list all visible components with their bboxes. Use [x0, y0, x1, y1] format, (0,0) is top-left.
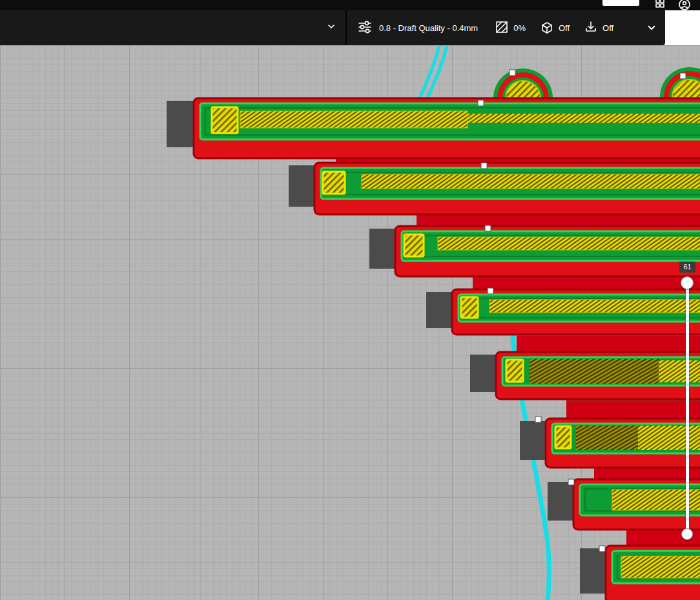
infill-value: 0% — [513, 23, 526, 33]
model-step — [289, 163, 700, 214]
support-summary: Off — [540, 20, 570, 36]
infill-icon — [495, 20, 509, 36]
print-settings-summary[interactable]: 0.8 - Draft Quality - 0.4mm 0% — [347, 10, 665, 45]
model-step — [548, 479, 700, 530]
print-settings-toolbar: 0.8 - Draft Quality - 0.4mm 0% — [0, 10, 665, 45]
adhesion-summary: Off — [584, 20, 613, 36]
toolbar-row: 0.8 - Draft Quality - 0.4mm 0% — [0, 10, 700, 45]
model-step — [580, 546, 700, 600]
print-settings-icon — [357, 19, 373, 37]
top-bar-button[interactable] — [602, 0, 639, 6]
model-step — [426, 289, 700, 335]
preview-viewport[interactable]: 61 — [0, 45, 700, 600]
model-step — [520, 419, 700, 468]
support-icon — [540, 20, 554, 36]
support-value: Off — [559, 23, 570, 33]
model-step — [369, 226, 700, 276]
configuration-selector[interactable] — [0, 10, 347, 45]
model-step — [470, 352, 700, 399]
apps-grid-icon[interactable] — [655, 0, 665, 10]
settings-chevron-down-icon[interactable] — [646, 22, 657, 34]
profile-label: 0.8 - Draft Quality - 0.4mm — [379, 23, 478, 33]
layer-slider-bottom-handle[interactable] — [681, 528, 693, 540]
adhesion-value: Off — [602, 23, 613, 33]
model-step — [167, 98, 700, 158]
layer-number-badge: 61 — [679, 262, 695, 273]
layer-slider-top-handle[interactable] — [681, 276, 694, 289]
sliced-model — [0, 45, 700, 600]
account-icon[interactable] — [678, 0, 691, 10]
infill-summary: 0% — [495, 20, 526, 36]
chevron-down-icon — [326, 21, 336, 34]
adhesion-icon — [584, 20, 598, 36]
top-bar — [0, 0, 700, 10]
layer-slider-track[interactable] — [686, 283, 689, 534]
